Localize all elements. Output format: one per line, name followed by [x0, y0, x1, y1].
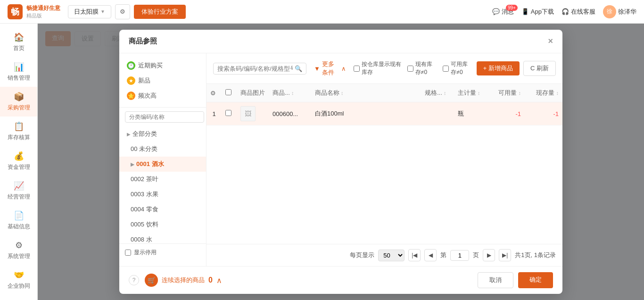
logo-line1: 畅捷通好生意: [26, 4, 60, 12]
col-image: 商品图片: [237, 84, 269, 102]
category-item-all[interactable]: ▶ 全部分类: [119, 126, 206, 142]
sidebar-item-inventory[interactable]: 📋 库存核算: [0, 117, 37, 146]
usable-not-zero-label[interactable]: 可用库存≠0: [443, 60, 472, 76]
sidebar-item-enterprise[interactable]: 🤝 企业协同: [0, 265, 37, 295]
col-code[interactable]: 商品...: [269, 84, 311, 102]
show-disabled-checkbox[interactable]: [125, 250, 131, 256]
logo-icon: 畅: [8, 4, 23, 19]
sidebar-item-basic-info[interactable]: 📄 基础信息: [0, 206, 37, 235]
col-checkbox[interactable]: [222, 84, 237, 102]
usable-not-zero-checkbox[interactable]: [443, 66, 449, 72]
footer-actions: 取消 确定: [478, 272, 553, 288]
store-selector[interactable]: 日太阳膜 ▼: [68, 5, 111, 18]
prev-page-button[interactable]: ◀: [424, 249, 437, 261]
settings-button[interactable]: ⚙: [115, 4, 130, 19]
product-search-icon[interactable]: 🔍: [295, 65, 302, 72]
col-available[interactable]: 可用量: [487, 84, 525, 102]
tea-label: 0002 茶叶: [131, 175, 158, 183]
category-item-snacks[interactable]: 0004 零食: [119, 202, 206, 217]
category-search-input[interactable]: [125, 111, 204, 123]
row-name: 白酒100ml: [311, 102, 421, 125]
by-warehouse-checkbox-label[interactable]: 按仓库显示现有库存: [354, 60, 401, 76]
cart-section[interactable]: 🛒 连续选择的商品 0 ∧: [145, 274, 222, 287]
experience-button[interactable]: 体验行业方案: [134, 5, 186, 19]
store-name: 日太阳膜: [74, 8, 99, 16]
category-item-drinks[interactable]: 0005 饮料: [119, 217, 206, 232]
sidebar-item-system[interactable]: ⚙ 系统管理: [0, 235, 37, 265]
right-panel: 🔍 ▼ 更多条件 ∧ 按仓库显示现有库存: [206, 53, 562, 266]
refresh-button[interactable]: C 刷新: [523, 61, 556, 76]
sidebar-label-sales: 销售管理: [8, 74, 30, 82]
sidebar-item-sales[interactable]: 📊 销售管理: [0, 57, 37, 87]
row-index: 1: [206, 102, 222, 125]
product-table-area: ⚙ 商品图片 商品... 商品名称 规格... 主计量 可用量 现存量: [206, 84, 562, 244]
quick-item-recent[interactable]: 🕐 近期购买: [119, 58, 206, 73]
col-settings[interactable]: ⚙: [206, 84, 222, 102]
category-item-liquor[interactable]: ▶ 0001 酒水: [119, 157, 206, 172]
first-page-button[interactable]: |◀: [408, 249, 421, 261]
table-header: ⚙ 商品图片 商品... 商品名称 规格... 主计量 可用量 现存量: [206, 84, 562, 102]
row-checkbox-cell[interactable]: [222, 102, 237, 125]
toolbar: 🔍 ▼ 更多条件 ∧ 按仓库显示现有库存: [206, 53, 562, 84]
row-checkbox[interactable]: [225, 110, 231, 116]
quick-item-freq[interactable]: ⭐ 频次高: [119, 88, 206, 103]
app-download-item[interactable]: 📱 App下载: [521, 8, 554, 16]
next-page-button[interactable]: ▶: [483, 249, 495, 261]
left-panel: 🕐 近期购买 ★ 新品 ⭐ 频次高: [119, 53, 206, 266]
cancel-button[interactable]: 取消: [478, 272, 513, 288]
basic-info-icon: 📄: [14, 210, 24, 221]
avatar: 徐: [603, 5, 616, 18]
col-unit[interactable]: 主计量: [454, 84, 487, 102]
service-item[interactable]: 🎧 在线客服: [561, 8, 595, 16]
col-name[interactable]: 商品名称: [311, 84, 421, 102]
category-item-uncategorized[interactable]: 00 未分类: [119, 142, 206, 157]
user-profile[interactable]: 徐 徐泽华: [603, 5, 636, 18]
select-all-checkbox[interactable]: [225, 89, 231, 95]
category-item-tea[interactable]: 0002 茶叶: [119, 172, 206, 187]
modal-footer: ? 🛒 连续选择的商品 0 ∧ 取消 确定: [119, 266, 562, 294]
sidebar-label-home: 首页: [13, 44, 25, 52]
modal-close-button[interactable]: ×: [548, 36, 553, 46]
category-item-water[interactable]: 0008 水: [119, 232, 206, 243]
category-item-fruit[interactable]: 0003 水果: [119, 187, 206, 202]
sidebar-item-home[interactable]: 🏠 首页: [0, 27, 37, 57]
row-code: 000600...: [269, 102, 311, 125]
per-page-select[interactable]: 50 100 200: [378, 250, 405, 261]
col-spec[interactable]: 规格...: [421, 84, 454, 102]
by-warehouse-checkbox[interactable]: [354, 66, 360, 72]
product-reference-modal: 商品参照 × 🕐 近期购买: [119, 30, 562, 294]
last-page-button[interactable]: ▶|: [499, 249, 511, 261]
row-image-cell: 🖼: [237, 102, 269, 125]
app-label: App下载: [531, 8, 554, 16]
confirm-button[interactable]: 确定: [518, 272, 553, 288]
top-navigation: 畅 畅捷通好生意 精品版 日太阳膜 ▼ ⚙ 体验行业方案 💬 消息 99+ 📱 …: [0, 0, 644, 24]
help-button[interactable]: ?: [129, 275, 139, 285]
page-number-input[interactable]: [450, 250, 469, 261]
sidebar-item-operations[interactable]: 📈 经营管理: [0, 176, 37, 206]
available-not-zero-checkbox[interactable]: [407, 66, 413, 72]
app-icon: 📱: [521, 8, 529, 15]
sidebar-item-purchase[interactable]: 📦 采购管理: [0, 87, 37, 117]
product-table: ⚙ 商品图片 商品... 商品名称 规格... 主计量 可用量 现存量: [206, 84, 562, 125]
messages-nav-item[interactable]: 💬 消息 99+: [492, 8, 514, 16]
col-stock[interactable]: 现存量: [525, 84, 562, 102]
filter-button[interactable]: ▼ 更多条件 ∧: [310, 58, 350, 79]
product-thumbnail: 🖼: [240, 106, 256, 121]
messages-badge: 99+: [506, 5, 518, 11]
all-categories-arrow: ▶: [127, 132, 131, 137]
table-row[interactable]: 1 🖼 000600... 白酒100ml 瓶: [206, 102, 562, 125]
product-search-input[interactable]: [217, 65, 293, 72]
sidebar-item-guide[interactable]: 🎯 新手引导: [0, 295, 37, 300]
filter-arrow: ∧: [341, 65, 346, 72]
filter-label: 更多条件: [322, 60, 340, 77]
purchase-icon: 📦: [14, 92, 24, 102]
available-not-zero-label[interactable]: 现有库存≠0: [407, 60, 437, 76]
sidebar-item-finance[interactable]: 💰 资金管理: [0, 146, 37, 176]
show-disabled-label: 显示停用: [134, 249, 157, 257]
home-icon: 🏠: [14, 32, 24, 42]
quick-item-new[interactable]: ★ 新品: [119, 73, 206, 88]
recent-label: 近期购买: [138, 61, 163, 70]
add-product-button[interactable]: + 新增商品: [477, 61, 520, 75]
cart-collapse-button[interactable]: ∧: [216, 276, 222, 285]
service-icon: 🎧: [561, 8, 569, 15]
